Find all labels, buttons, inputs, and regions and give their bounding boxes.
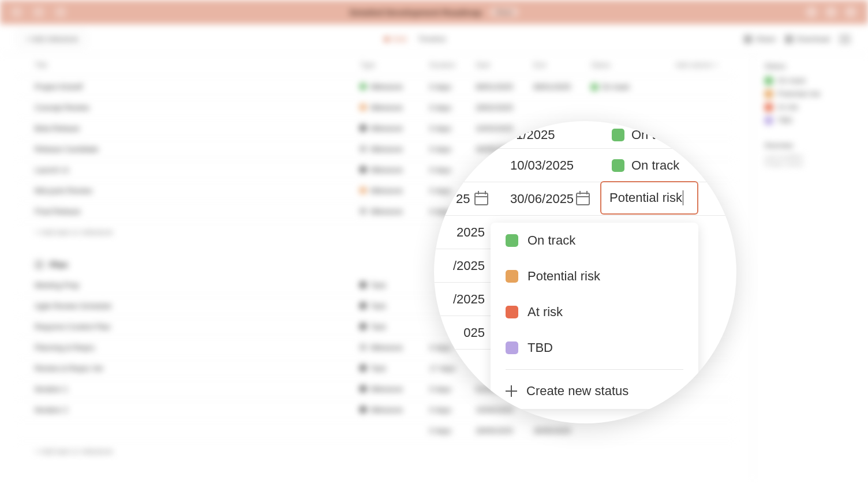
nav-forward-icon[interactable] [33, 7, 44, 17]
status-option-label: Potential risk [527, 269, 600, 284]
share-button[interactable]: Share [744, 35, 776, 43]
status-option[interactable]: Potential risk [491, 258, 698, 294]
row-start: 28/05/2025 [476, 426, 533, 435]
table-header: Title Type Duration Start End Status Add… [17, 54, 735, 77]
status-option[interactable]: At risk [491, 294, 698, 330]
row-type: Task [360, 302, 429, 310]
help-icon[interactable] [825, 6, 837, 18]
row-type: Milestone [360, 124, 429, 133]
row-title: Meeting Prep [35, 281, 360, 290]
row-type: Task [360, 364, 429, 373]
add-row-2[interactable]: + Add task or milestone [17, 441, 735, 461]
mag-row-5[interactable]: /2025 [434, 249, 491, 283]
row-status[interactable]: On track [591, 82, 660, 91]
mag-row6-date: /2025 [453, 292, 485, 307]
row-start: 28/02/2025 [476, 103, 533, 112]
sidebar-details: Overview Last modified Project owner [765, 142, 856, 167]
row-type: Milestone [360, 207, 429, 216]
row-duration: 0 days [429, 103, 476, 112]
row-end: 08/01/2025 [533, 82, 591, 91]
row-type: Milestone [360, 343, 429, 352]
col-dur-header: Duration [429, 61, 476, 69]
avatar-icon[interactable] [845, 6, 856, 18]
tab-grid[interactable]: Grid [384, 35, 407, 43]
mag-row7-date: 025 [463, 325, 485, 340]
table-row[interactable]: Concept Review Milestone 0 days 28/02/20… [17, 97, 735, 118]
status-option-label: At risk [527, 305, 563, 320]
status-swatch-green [612, 159, 624, 172]
row-duration: 0 days [429, 82, 476, 91]
row-title: Iteration 2 [35, 406, 360, 414]
milestone-diamond-icon [359, 186, 367, 194]
sidebar-status-item[interactable]: Potential risk [765, 89, 856, 98]
toolbar-actions: Share Download [744, 35, 851, 43]
row-start: 10/03/2025 [476, 124, 533, 133]
download-button[interactable]: Download [785, 35, 830, 43]
type-icon [359, 302, 367, 310]
table-row[interactable]: 0 days 28/05/2025 28/05/2025 [17, 421, 735, 441]
create-new-status-label: Create new status [526, 384, 628, 399]
status-input[interactable]: Potential risk [600, 181, 698, 215]
status-option-label: TBD [527, 340, 553, 355]
text-cursor [683, 190, 683, 205]
sidebar-status-item[interactable]: On track [765, 76, 856, 85]
sidebar-status-item[interactable]: TBD [765, 116, 856, 125]
row-title: Concept Review [35, 103, 360, 112]
col-add-header[interactable]: Add column + [660, 61, 718, 69]
mag-row2-status-label: On track [631, 158, 679, 173]
mag-row-4[interactable]: 2025 [434, 216, 491, 249]
row-type: Milestone [360, 166, 429, 174]
row-title: Agile Review Schedule [35, 302, 360, 310]
row-type [360, 426, 429, 435]
col-status-header: Status [591, 61, 660, 69]
row-title: Project Kickoff [35, 82, 360, 91]
section-plan-label: Plan [50, 260, 68, 269]
mag-row3-date-left: 25 [456, 192, 470, 207]
sidebar-details-sub1: Last modified [765, 153, 856, 160]
col-type-header: Type [360, 61, 429, 69]
sidebar-status-item[interactable]: At risk [765, 103, 856, 111]
nav-back-icon[interactable] [12, 7, 22, 17]
row-title: Launch v1 [35, 166, 360, 174]
status-swatch [765, 90, 773, 98]
row-duration: 0 days [429, 145, 476, 153]
dropdown-divider [506, 369, 683, 370]
notifications-icon[interactable] [806, 6, 817, 18]
nav-icons [12, 7, 66, 17]
plus-icon [506, 385, 517, 397]
view-tabs: Grid Timeline [384, 35, 446, 43]
row-title: Final Release [35, 207, 360, 216]
nav-menu-icon[interactable] [55, 7, 66, 17]
col-end-header: End [533, 61, 591, 69]
share-icon [744, 35, 752, 43]
add-milestone-button[interactable]: + Add milestone [17, 31, 86, 47]
status-swatch-green [612, 129, 624, 141]
row-title: Beta Release [35, 124, 360, 133]
row-type: Milestone [360, 103, 429, 112]
row-type: Milestone [360, 406, 429, 414]
milestone-diamond-icon [359, 207, 367, 215]
share-badge[interactable]: Share [490, 7, 518, 17]
tab-grid-label: Grid [392, 35, 407, 43]
tab-timeline[interactable]: Timeline [418, 35, 446, 43]
milestone-diamond-icon [359, 145, 367, 153]
calendar-icon[interactable] [576, 193, 590, 205]
mag-row2-status: On track [612, 158, 679, 173]
mag-row-6[interactable]: /2025 [434, 283, 491, 316]
hamburger-icon[interactable] [839, 35, 851, 43]
type-icon [359, 281, 367, 289]
calendar-icon[interactable] [474, 193, 488, 205]
milestone-diamond-icon [359, 124, 367, 132]
row-type: Milestone [360, 186, 429, 195]
row-title: Planning & Reqns [35, 343, 360, 352]
status-label: Potential risk [777, 89, 820, 98]
status-option[interactable]: TBD [491, 330, 698, 366]
row-type: Task [360, 281, 429, 290]
blurred-background: Detailed Development Roadmap Share + Add… [0, 0, 868, 488]
status-swatch [506, 306, 518, 318]
type-icon [359, 343, 367, 351]
mag-row3-date: 30/06/2025 [510, 192, 574, 207]
status-option[interactable]: On track [491, 223, 698, 258]
row-title: Mid-point Review [35, 186, 360, 195]
table-row[interactable]: Project Kickoff Milestone 0 days 08/01/2… [17, 77, 735, 97]
